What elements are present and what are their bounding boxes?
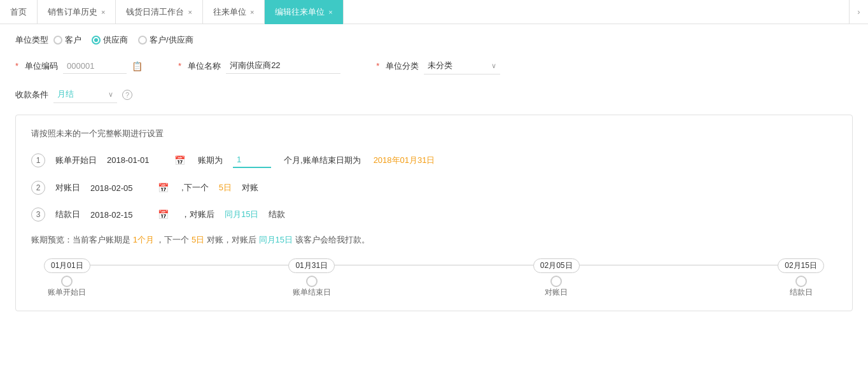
code-required: * [15, 61, 18, 71]
step-3-cal-icon[interactable]: 📅 [158, 209, 169, 220]
payment-select[interactable]: 月结 ∨ [53, 86, 117, 103]
category-required: * [376, 61, 379, 71]
tab-cash-work[interactable]: 钱货日清工作台 × [116, 0, 202, 24]
step-2-suffix-pre: ,下一个 [181, 182, 209, 194]
timeline-point-2: 02月05日 对账日 [533, 258, 580, 298]
code-group: * 单位编码 📋 [15, 59, 143, 74]
preview-suffix: 该客户会给我打款。 [295, 235, 370, 244]
name-label: 单位名称 [188, 60, 221, 72]
tl-badge-1: 01月31日 [288, 258, 335, 273]
tl-label-3: 结款日 [790, 287, 813, 298]
step-3-suffix-pre: ，对账后 [181, 209, 214, 220]
tl-label-2: 对账日 [545, 287, 568, 298]
step-3-suffix-post: 结款 [269, 209, 285, 220]
category-select[interactable]: 未分类 ∨ [424, 57, 500, 74]
step-3-date: 2018-02-15 [90, 210, 148, 220]
radio-group: 客户 供应商 客户/供应商 [53, 34, 193, 46]
tab-edit-partner-label: 编辑往来单位 [275, 6, 325, 18]
payment-help-icon[interactable]: ? [122, 90, 132, 100]
step-1-suffix: 账期为 [198, 155, 223, 166]
timeline-point-3: 02月15日 结款日 [778, 258, 824, 298]
step-1-label: 账单开始日 [55, 155, 97, 166]
preview-prefix: 账期预览：当前客户账期是 [31, 235, 130, 244]
step-2-highlight: 5日 [219, 182, 232, 194]
tab-overflow-arrow[interactable]: › [849, 0, 868, 24]
step-3-label: 结款日 [55, 209, 80, 220]
close-cash-work[interactable]: × [188, 8, 192, 16]
step-1-cal-icon[interactable]: 📅 [174, 155, 185, 165]
payment-row: 收款条件 月结 ∨ ? [15, 86, 853, 103]
code-label: 单位编码 [25, 60, 58, 72]
tl-label-1: 账单结束日 [293, 287, 331, 298]
radio-supplier-circle [92, 36, 101, 45]
tab-home-label: 首页 [10, 6, 27, 18]
preview-3: 同月15日 [259, 235, 293, 244]
tab-sales-history-label: 销售订单历史 [48, 6, 97, 18]
tl-badge-2: 02月05日 [533, 258, 580, 273]
step-1-num: 1 [31, 153, 45, 167]
step-3-row: 3 结款日 2018-02-15 📅 ，对账后 同月15日 结款 [31, 208, 837, 222]
payment-value: 月结 [57, 88, 106, 100]
step-2-cal-icon[interactable]: 📅 [158, 183, 169, 193]
name-required: * [178, 61, 181, 71]
panel-title: 请按照未来的一个完整帐期进行设置 [31, 128, 837, 139]
unit-type-group: 单位类型 客户 供应商 客户/供应商 [15, 34, 193, 46]
step-3-num: 3 [31, 208, 45, 222]
tab-sales-history[interactable]: 销售订单历史 × [38, 0, 116, 24]
timeline-points: 01月01日 账单开始日 01月31日 账单结束日 02月05日 对账日 02月… [44, 258, 824, 298]
close-edit-partner[interactable]: × [328, 8, 332, 16]
code-copy-icon[interactable]: 📋 [132, 61, 143, 71]
step-2-date: 2018-02-05 [90, 183, 148, 193]
category-label: 单位分类 [386, 60, 419, 72]
close-sales-history[interactable]: × [101, 8, 105, 16]
preview-mid2: 对账，对账后 [207, 235, 256, 244]
tl-dot-2 [550, 276, 562, 287]
tl-badge-0: 01月01日 [44, 258, 90, 273]
preview-mid1: ，下一个 [156, 235, 189, 244]
step-2-num: 2 [31, 181, 45, 195]
step-1-period-input[interactable] [233, 152, 271, 168]
step-1-date: 2018-01-01 [107, 155, 164, 165]
step-2-suffix-post: 对账 [242, 182, 258, 194]
tab-cash-work-label: 钱货日清工作台 [126, 6, 184, 18]
preview-2: 5日 [192, 235, 204, 244]
payment-label: 收款条件 [15, 89, 48, 101]
radio-both-circle [138, 36, 147, 45]
tab-partner[interactable]: 往来单位 × [203, 0, 265, 24]
timeline: 01月01日 账单开始日 01月31日 账单结束日 02月05日 对账日 02月… [31, 258, 837, 298]
payment-panel: 请按照未来的一个完整帐期进行设置 1 账单开始日 2018-01-01 📅 账期… [15, 115, 853, 311]
radio-both[interactable]: 客户/供应商 [138, 34, 193, 46]
step-2-label: 对账日 [55, 182, 80, 194]
category-arrow-icon: ∨ [491, 62, 496, 70]
tab-bar: 首页 销售订单历史 × 钱货日清工作台 × 往来单位 × 编辑往来单位 × › [0, 0, 868, 24]
step-1-end-date: 2018年01月31日 [374, 155, 435, 166]
step-2-row: 2 对账日 2018-02-05 📅 ,下一个 5日 对账 [31, 181, 837, 195]
tl-dot-0 [61, 276, 73, 287]
tab-home[interactable]: 首页 [0, 0, 38, 24]
radio-supplier-label: 供应商 [103, 34, 128, 46]
tab-partner-label: 往来单位 [213, 6, 246, 18]
timeline-point-0: 01月01日 账单开始日 [44, 258, 90, 298]
page-content: 单位类型 客户 供应商 客户/供应商 * 单位编码 [0, 24, 868, 387]
name-group: * 单位名称 [178, 59, 340, 74]
close-partner[interactable]: × [250, 8, 254, 16]
preview-1: 1个月 [133, 235, 154, 244]
name-input[interactable] [226, 59, 340, 74]
tl-dot-3 [795, 276, 807, 287]
unit-type-row: 单位类型 客户 供应商 客户/供应商 [15, 34, 853, 46]
tab-edit-partner[interactable]: 编辑往来单位 × [265, 0, 343, 24]
radio-customer[interactable]: 客户 [53, 34, 81, 46]
unit-type-label: 单位类型 [15, 34, 48, 46]
step-1-period-suffix: 个月,账单结束日期为 [284, 155, 361, 166]
step-1-row: 1 账单开始日 2018-01-01 📅 账期为 个月,账单结束日期为 2018… [31, 152, 837, 168]
radio-supplier[interactable]: 供应商 [92, 34, 128, 46]
radio-both-label: 客户/供应商 [150, 34, 193, 46]
payment-arrow-icon: ∨ [108, 90, 113, 99]
code-input[interactable] [63, 59, 127, 74]
tl-label-0: 账单开始日 [48, 287, 86, 298]
category-value: 未分类 [428, 60, 489, 71]
timeline-point-1: 01月31日 账单结束日 [288, 258, 335, 298]
radio-customer-circle [53, 36, 62, 45]
payment-group: 收款条件 月结 ∨ ? [15, 86, 132, 103]
tl-badge-3: 02月15日 [778, 258, 824, 273]
